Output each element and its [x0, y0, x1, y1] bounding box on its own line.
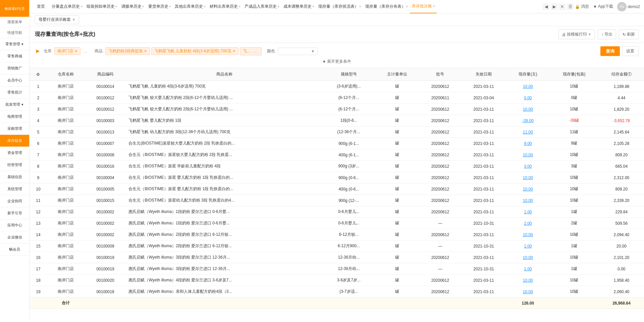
product-tag-2-close[interactable]: ✕ [232, 49, 235, 53]
sidebar-item-purchase[interactable]: 采购管理 [0, 123, 29, 135]
template-dropdown-icon: ▼ [588, 33, 591, 36]
sidebar-item-finance[interactable]: 资金管理 [0, 147, 29, 159]
table-row: 12南岸门店00100002惠氏启赋（Wyeth illuma）1段奶粉 爱尔兰… [30, 206, 644, 218]
row-qty-pkg: 2罐 [549, 218, 599, 229]
sidebar-item-wholesale[interactable]: 批发管理 ▼ [0, 99, 29, 111]
tab-close-8[interactable]: × [359, 5, 361, 8]
col-settings[interactable]: ⚙ [30, 68, 47, 81]
tab-10[interactable]: 库存批次账 × [410, 0, 437, 13]
sidebar-item-wechat[interactable]: 企业微信 [0, 231, 29, 244]
sidebar-item-vip[interactable]: 畅会员 [0, 244, 29, 256]
tab-close-5[interactable]: × [238, 5, 240, 8]
tab-close-7[interactable]: × [312, 5, 314, 8]
tab-5[interactable]: 材料出库单历史 × [208, 0, 243, 13]
tab-4[interactable]: 其他出库单历史 × [173, 0, 208, 13]
row-qty-main[interactable]: 10.00 [506, 104, 549, 115]
sidebar-item-operations[interactable]: 经营管理 [0, 159, 29, 171]
warehouse-tag-close[interactable]: ✕ [74, 49, 77, 53]
row-balance: 2,105.28 [599, 138, 644, 149]
row-qty-main[interactable]: 11.00 [506, 126, 549, 138]
row-qty-main[interactable]: 1.00 [506, 263, 549, 275]
summary-empty-0 [30, 298, 47, 309]
warehouse-tag[interactable]: 南岸门店 ✕ [54, 47, 80, 55]
row-qty-main[interactable]: 10.00 [506, 286, 549, 298]
product-tags: 飞鹤奶粉3段两提装 ✕ 飞鹤星飞帆 儿童奶粉 4段(3-6岁适用) 700克 ✕… [105, 47, 262, 55]
messages-btn[interactable]: 🔒 消息 [575, 4, 589, 9]
sidebar-item-basics[interactable]: 基础信息 [0, 171, 29, 183]
row-qty-main[interactable]: 3.00 [506, 161, 549, 172]
tab-close-3[interactable]: × [169, 5, 171, 8]
row-expire: 2021-03-11 [461, 286, 507, 298]
sidebar-item-system[interactable]: 系统管理 [0, 183, 29, 195]
query-btn[interactable]: 查询 [600, 46, 620, 56]
row-qty-main[interactable]: 9.00 [506, 138, 549, 149]
row-qty-main[interactable]: 10.00 [506, 149, 549, 161]
tab-close-0[interactable]: × [80, 5, 83, 8]
row-qty-main[interactable]: 10.00 [506, 229, 549, 240]
sidebar-item-ecommerce[interactable]: 电商管理 [0, 111, 29, 123]
topbar-home[interactable]: 首页 [34, 0, 48, 13]
color-filter-input[interactable]: ▼ [278, 48, 318, 55]
tab-close-4[interactable]: × [204, 5, 206, 8]
row-qty-main[interactable]: 1.00 [506, 240, 549, 252]
account-dropdown[interactable]: 母婴行业演示账套 ▼ [35, 15, 79, 24]
settings-icon[interactable]: ⚙ [36, 72, 40, 77]
template-print-btn[interactable]: 🖨 按模板打印 ▼ [558, 30, 595, 39]
product-tag-2[interactable]: 飞鹤星飞帆 儿童奶粉 4段(3-6岁适用) 700克 ✕ [151, 47, 238, 55]
sidebar-item-guide[interactable]: 新手引导 [0, 207, 29, 219]
row-qty-main[interactable]: 10.00 [506, 183, 549, 195]
row-qty-main[interactable]: 10.00 [506, 275, 549, 286]
tab-1[interactable]: 组装拆卸单历史 × [85, 0, 119, 13]
row-qty-main[interactable]: 0.00 [506, 92, 549, 104]
tab-close-10[interactable]: × [433, 4, 435, 8]
row-qty-main[interactable]: 10.00 [506, 172, 549, 183]
product-tag-3[interactable]: 飞... ... [240, 47, 262, 55]
sidebar-item-apps[interactable]: 应用中心 [0, 219, 29, 231]
sidebar-item-retail[interactable]: 零售管理 ▼ [0, 38, 29, 50]
tab-close-6[interactable]: × [277, 5, 279, 8]
tab-scroll-right[interactable]: ▶ [551, 3, 557, 10]
tab-more[interactable]: ☰ [567, 3, 574, 10]
sidebar-item-inventory[interactable]: 库存核算 [0, 135, 29, 147]
tab-7[interactable]: 成本调整单历史 × [281, 0, 316, 13]
expand-more-btn[interactable]: ▼ 展开更多条件 [322, 59, 352, 64]
tab-0[interactable]: 分量盘点单历史 × [50, 0, 85, 13]
warehouse-tag-value: 南岸门店 [57, 48, 73, 54]
sidebar-item-retail-shop[interactable]: 零售商城 [0, 50, 29, 62]
row-qty-main[interactable]: -39.00 [506, 115, 549, 126]
sidebar-item-marketing[interactable]: 营销推广 [0, 62, 29, 74]
row-qty-main[interactable]: 1.00 [506, 206, 549, 218]
tab-close-2[interactable]: × [142, 5, 144, 8]
table-row: 14南岸门店00100002惠氏启赋（Wyeth illuma）2段奶粉 爱尔兰… [30, 229, 644, 240]
tab-6[interactable]: 产成品入库单历史 × [243, 0, 281, 13]
tab-9[interactable]: 现存量（库存分布表） × [363, 0, 410, 13]
col-expire: 失效日期 [461, 68, 507, 81]
settings-btn[interactable]: 设置 [622, 46, 639, 56]
row-qty-main[interactable]: 10.00 [506, 81, 549, 92]
user-avatar[interactable]: Ea demo2 [617, 2, 640, 11]
export-btn[interactable]: ↑ 导出 [598, 30, 616, 39]
tab-close-1[interactable]: × [115, 5, 117, 8]
tab-close-9[interactable]: × [406, 5, 408, 8]
sidebar-item-enterprise[interactable]: 企业协同 [0, 195, 29, 207]
content-area: 现存量查询(按仓库+批次) 🖨 按模板打印 ▼ ↑ 导出 ↻ 刷新 [30, 26, 644, 322]
filter-expand-icon[interactable]: ► [35, 48, 41, 55]
tab-scroll-left[interactable]: ◀ [543, 3, 549, 10]
product-tag-1-close[interactable]: ✕ [144, 49, 147, 53]
sidebar-item-retail-stats[interactable]: 零售统计 [0, 87, 29, 99]
refresh-btn[interactable]: ↻ 刷新 [619, 30, 639, 39]
tab-2[interactable]: 调拨单历史 × [119, 0, 146, 13]
tab-3[interactable]: 要货单历史 × [146, 0, 173, 13]
row-qty-main[interactable]: 10.00 [506, 252, 549, 263]
row-expire: 2021-03-11 [461, 275, 507, 286]
row-qty-main[interactable]: 2.00 [506, 218, 549, 229]
tab-close-all[interactable]: ✕ [559, 3, 566, 10]
row-qty-pkg: -39罐 [549, 115, 599, 126]
app-download-btn[interactable]: ▼ App下载 [593, 4, 613, 9]
sidebar-item-members[interactable]: 会员中心 [0, 74, 29, 87]
tab-8[interactable]: 现存量（库存状况表） × [316, 0, 363, 13]
product-tag-1[interactable]: 飞鹤奶粉3段两提装 ✕ [105, 47, 150, 55]
sidebar-quick-nav[interactable]: 快捷导航 [0, 28, 29, 38]
row-qty-main[interactable]: 10.00 [506, 195, 549, 206]
sidebar-search[interactable]: 搜索菜单 [0, 17, 29, 28]
